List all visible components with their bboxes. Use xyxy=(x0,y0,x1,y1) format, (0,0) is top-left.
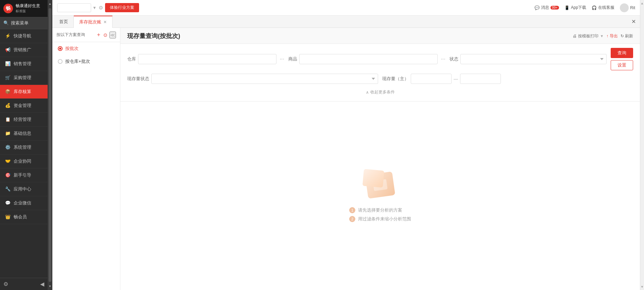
scheme-by-warehouse-batch-label: 按仓库+批次 xyxy=(65,58,90,65)
username-label: Rit xyxy=(630,5,635,10)
qty-min-input[interactable] xyxy=(411,74,452,84)
sales-icon: 📊 xyxy=(5,61,11,67)
tab-home[interactable]: 首页 xyxy=(54,16,74,28)
topbar-gear-icon[interactable]: ⚙ xyxy=(99,5,103,11)
sidebar-item-quick-nav[interactable]: ⚡ 快捷导航 xyxy=(0,29,48,43)
hint-text-2: 用过滤条件来缩小分析范围 xyxy=(358,216,411,222)
scroll-up-btn[interactable]: ▲ xyxy=(49,1,52,7)
product-input[interactable] xyxy=(299,54,438,64)
sidebar-item-purchase[interactable]: 🛒 采购管理 xyxy=(0,71,48,85)
sidebar-item-basic[interactable]: 📁 基础信息 xyxy=(0,127,48,141)
refresh-icon: ↻ xyxy=(621,34,624,38)
right-panel: 现存量查询(按批次) 🖨 按模板打印 ▼ ↑ 导出 ↻ xyxy=(120,28,640,290)
warehouse-more-icon[interactable]: ··· xyxy=(280,56,284,62)
sidebar-item-marketing[interactable]: 📢 营销推广 xyxy=(0,43,48,57)
range-dash: — xyxy=(454,76,458,81)
radio-by-warehouse-batch xyxy=(58,59,63,64)
query-button[interactable]: 查询 xyxy=(611,48,633,58)
app-title: 畅康通好生意 xyxy=(16,3,40,9)
sidebar-item-label: 畅会员 xyxy=(14,214,27,220)
sidebar-item-system[interactable]: ⚙️ 系统管理 xyxy=(0,141,48,155)
sidebar-item-label: 采购管理 xyxy=(14,75,31,81)
refresh-button[interactable]: ↻ 刷新 xyxy=(621,33,633,39)
filter-row-1: 仓库 ··· 商品 ··· 状态 xyxy=(127,48,633,70)
user-profile[interactable]: Rit xyxy=(620,3,635,12)
collapse-left-panel-button[interactable]: ≪ xyxy=(109,32,116,38)
sidebar-item-label: 营销推广 xyxy=(14,47,31,53)
empty-hint-2: 2 用过滤条件来缩小分析范围 xyxy=(349,216,411,222)
quick-nav-icon: ⚡ xyxy=(5,33,11,39)
member-icon: 👑 xyxy=(5,214,11,220)
left-panel-header: 按以下方案查询 ＋ ⊙ ≪ xyxy=(52,28,120,42)
sidebar-item-label: 销售管理 xyxy=(14,61,31,67)
right-scrollbar: ▲ ▼ xyxy=(640,0,644,290)
purchase-icon: 🛒 xyxy=(5,75,11,81)
sidebar-item-newbie[interactable]: 🎯 新手引导 xyxy=(0,168,48,182)
app-download-label: App下载 xyxy=(571,5,586,11)
product-more-icon[interactable]: ··· xyxy=(441,56,445,62)
right-scroll-down[interactable]: ▼ xyxy=(640,284,644,290)
filter-row-2: 现存量状态 现存量（主） — xyxy=(127,74,633,84)
collapse-filter-button[interactable]: ∧ 收起更多条件 xyxy=(127,87,633,97)
tab-close-icon[interactable]: ✕ xyxy=(103,20,107,24)
left-panel-title: 按以下方案查询 xyxy=(56,32,85,38)
empty-hints: 1 请先选择要分析的方案 2 用过滤条件来缩小分析范围 xyxy=(349,207,411,222)
hint-text-1: 请先选择要分析的方案 xyxy=(358,207,402,213)
print-label: 按模板打印 xyxy=(578,33,598,39)
status-label: 状态 xyxy=(450,56,458,62)
page-title: 现存量查询(按批次) xyxy=(127,32,180,40)
scheme-by-warehouse-batch[interactable]: 按仓库+批次 xyxy=(52,55,120,68)
chevron-down-icon[interactable]: ▼ xyxy=(92,5,97,10)
scheme-by-batch[interactable]: 按批次 xyxy=(52,42,120,55)
export-button[interactable]: ↑ 导出 xyxy=(606,33,617,39)
avatar xyxy=(620,3,629,12)
left-panel-actions: ＋ ⊙ ≪ xyxy=(96,31,116,38)
sidebar-item-label: 快捷导航 xyxy=(14,33,31,39)
trial-button[interactable]: 体验行业方案 xyxy=(105,3,139,12)
system-icon: ⚙️ xyxy=(5,144,11,150)
collab-icon: 🤝 xyxy=(5,158,11,164)
action-buttons: 查询 设置 xyxy=(611,48,633,70)
sidebar-item-finance[interactable]: 💰 资金管理 xyxy=(0,99,48,113)
warehouse-filter: 仓库 ··· xyxy=(127,54,284,64)
scroll-down-btn[interactable]: ▼ xyxy=(49,283,52,289)
warehouse-input[interactable] xyxy=(138,54,276,64)
sidebar-menu: ⚡ 快捷导航 📢 营销推广 📊 销售管理 🛒 采购管理 📦 库存核算 💰 资金管… xyxy=(0,29,48,278)
export-label: 导出 xyxy=(610,34,618,38)
print-button[interactable]: 🖨 按模板打印 ▼ xyxy=(573,33,604,39)
inventory-status-select[interactable] xyxy=(151,74,378,84)
warehouse-label: 仓库 xyxy=(127,56,136,62)
sidebar-search[interactable]: 🔍 搜索菜单 xyxy=(0,17,48,29)
sidebar-item-member[interactable]: 👑 畅会员 xyxy=(0,210,48,224)
right-scroll-up[interactable]: ▲ xyxy=(640,0,644,6)
sidebar: 畅 畅康通好生意 标准版 🔍 搜索菜单 ⚡ 快捷导航 📢 营销推广 📊 销售管理… xyxy=(0,0,48,290)
topbar-input-group: ▼ xyxy=(57,3,97,12)
sidebar-collapse-icon[interactable]: ◀ xyxy=(40,281,44,287)
sidebar-item-operation[interactable]: 📋 经营管理 xyxy=(0,113,48,127)
app-download-button[interactable]: 📱 App下载 xyxy=(564,5,586,11)
tab-inventory-batch[interactable]: 库存批次账 ✕ xyxy=(74,16,113,28)
add-scheme-button[interactable]: ＋ xyxy=(96,31,101,38)
sidebar-item-inventory[interactable]: 📦 库存核算 xyxy=(0,85,48,99)
inventory-status-label: 现存量状态 xyxy=(127,76,149,82)
sidebar-settings-icon[interactable]: ⚙ xyxy=(3,281,8,287)
qty-max-input[interactable] xyxy=(460,74,501,84)
settings-button[interactable]: 设置 xyxy=(611,60,633,70)
topbar-search-input[interactable] xyxy=(57,3,91,12)
product-label: 商品 xyxy=(288,56,297,62)
sidebar-item-app-center[interactable]: 🔧 应用中心 xyxy=(0,182,48,196)
status-select[interactable] xyxy=(460,54,607,64)
sidebar-item-sales[interactable]: 📊 销售管理 xyxy=(0,57,48,71)
scheme-settings-button[interactable]: ⊙ xyxy=(103,32,107,38)
tabbar: 首页 库存批次账 ✕ ✕ xyxy=(52,16,640,28)
message-icon: 💬 xyxy=(535,5,540,10)
print-dropdown-icon[interactable]: ▼ xyxy=(600,34,604,38)
sidebar-item-wechat[interactable]: 💬 企业微信 xyxy=(0,196,48,210)
sidebar-item-collab[interactable]: 🤝 企业协同 xyxy=(0,155,48,168)
wechat-icon: 💬 xyxy=(5,200,11,206)
online-service-button[interactable]: 🎧 在线客服 xyxy=(592,5,614,11)
sidebar-item-label: 资金管理 xyxy=(14,103,31,109)
topbar-right: 💬 消息 99+ 📱 App下载 🎧 在线客服 Rit xyxy=(535,3,635,12)
message-button[interactable]: 💬 消息 99+ xyxy=(535,5,559,11)
close-all-tabs-icon[interactable]: ✕ xyxy=(631,18,636,25)
